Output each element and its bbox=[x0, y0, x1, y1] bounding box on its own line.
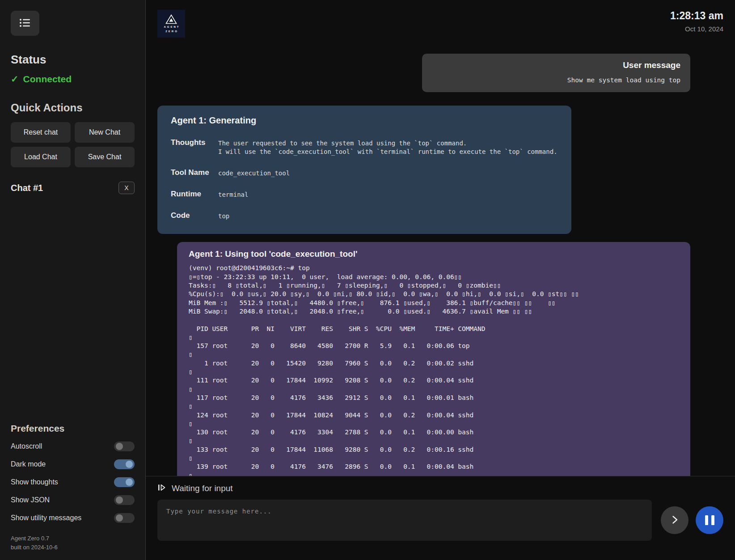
load-chat-button[interactable]: Load Chat bbox=[11, 147, 71, 167]
new-chat-button[interactable]: New Chat bbox=[75, 122, 135, 143]
code-value: top bbox=[218, 211, 229, 221]
save-chat-button[interactable]: Save Chat bbox=[75, 147, 135, 167]
pref-row-show-json: Show JSON bbox=[11, 491, 135, 509]
tool-output-title: Agent 1: Using tool 'code_execution_tool… bbox=[189, 249, 679, 259]
autoscroll-toggle[interactable] bbox=[114, 441, 135, 451]
status-heading: Status bbox=[11, 53, 135, 67]
connection-label: Connected bbox=[23, 74, 72, 85]
dark-mode-toggle[interactable] bbox=[114, 459, 135, 469]
pause-button[interactable] bbox=[696, 506, 723, 534]
menu-button[interactable] bbox=[11, 11, 39, 36]
code-row: Code top bbox=[171, 211, 558, 221]
pref-row-autoscroll: Autoscroll bbox=[11, 437, 135, 455]
current-date: Oct 10, 2024 bbox=[670, 25, 723, 33]
close-chat-button[interactable]: X bbox=[118, 182, 135, 194]
pref-row-show-utility: Show utility messages bbox=[11, 509, 135, 527]
thoughts-row: Thoughts The user requested to see the s… bbox=[171, 138, 558, 156]
tool-output-card: Agent 1: Using tool 'code_execution_tool… bbox=[177, 242, 690, 476]
chat-header: AGENT ZERO 1:28:13 am Oct 10, 2024 bbox=[157, 10, 723, 38]
clock-block: 1:28:13 am Oct 10, 2024 bbox=[670, 10, 723, 33]
pref-label: Show utility messages bbox=[11, 514, 81, 522]
pause-icon bbox=[705, 515, 708, 525]
message-input[interactable] bbox=[157, 500, 652, 541]
runtime-value: terminal bbox=[218, 190, 248, 199]
user-message-bubble: User message Show me system load using t… bbox=[422, 54, 690, 92]
menu-icon bbox=[19, 18, 31, 29]
logo-text-agent: AGENT bbox=[163, 25, 180, 29]
agent-zero-logo: AGENT ZERO bbox=[157, 10, 185, 38]
agent-status-text: Waiting for input bbox=[172, 484, 233, 493]
reset-chat-button[interactable]: Reset chat bbox=[11, 122, 71, 143]
send-button[interactable] bbox=[661, 506, 689, 534]
connection-status: ✓ Connected bbox=[11, 74, 135, 85]
user-message-text: Show me system load using top bbox=[432, 76, 680, 84]
tool-name-value: code_execution_tool bbox=[218, 168, 290, 178]
logo-triangle-icon bbox=[165, 14, 177, 24]
runtime-row: Runtime terminal bbox=[171, 190, 558, 199]
check-icon: ✓ bbox=[11, 74, 19, 85]
agent-generating-card: Agent 1: Generating Thoughts The user re… bbox=[157, 106, 571, 234]
pause-icon bbox=[711, 515, 714, 525]
pref-label: Autoscroll bbox=[11, 442, 42, 450]
version-line: Agent Zero 0.7 bbox=[11, 534, 135, 543]
pref-row-show-thoughts: Show thoughts bbox=[11, 473, 135, 491]
logo-text-zero: ZERO bbox=[164, 30, 178, 33]
waiting-icon bbox=[157, 484, 166, 493]
chat-tab[interactable]: Chat #1 bbox=[11, 183, 43, 193]
sidebar-spacer bbox=[11, 194, 135, 423]
send-icon bbox=[670, 515, 680, 526]
code-label: Code bbox=[171, 211, 218, 220]
pref-label: Dark mode bbox=[11, 460, 46, 468]
agent-generating-title: Agent 1: Generating bbox=[171, 115, 558, 126]
main-panel: AGENT ZERO 1:28:13 am Oct 10, 2024 User … bbox=[146, 0, 735, 560]
current-time: 1:28:13 am bbox=[670, 10, 723, 22]
show-json-toggle[interactable] bbox=[114, 495, 135, 505]
message-input-row bbox=[157, 500, 723, 541]
version-info: Agent Zero 0.7 built on 2024-10-6 bbox=[11, 534, 135, 552]
thoughts-value: The user requested to see the system loa… bbox=[218, 138, 558, 156]
show-utility-toggle[interactable] bbox=[114, 513, 135, 523]
show-thoughts-toggle[interactable] bbox=[114, 477, 135, 487]
tool-name-label: Tool Name bbox=[171, 168, 218, 177]
pref-label: Show JSON bbox=[11, 496, 50, 504]
chat-tab-row: Chat #1 X bbox=[11, 182, 135, 194]
sidebar: Status ✓ Connected Quick Actions Reset c… bbox=[0, 0, 146, 560]
pref-label: Show thoughts bbox=[11, 478, 58, 486]
user-message-title: User message bbox=[432, 60, 680, 70]
agent-status-row: Waiting for input bbox=[157, 481, 723, 496]
build-line: built on 2024-10-6 bbox=[11, 543, 135, 552]
thoughts-label: Thoughts bbox=[171, 138, 218, 147]
terminal-output: (venv) root@d200419603c6:~# top ▯=▯top -… bbox=[189, 264, 679, 476]
preferences-heading: Preferences bbox=[11, 423, 135, 434]
quick-actions-heading: Quick Actions bbox=[11, 102, 135, 114]
input-bar: Waiting for input bbox=[146, 476, 735, 560]
pref-row-dark-mode: Dark mode bbox=[11, 455, 135, 473]
tool-name-row: Tool Name code_execution_tool bbox=[171, 168, 558, 178]
chat-area: AGENT ZERO 1:28:13 am Oct 10, 2024 User … bbox=[146, 0, 735, 476]
runtime-label: Runtime bbox=[171, 190, 218, 199]
quick-actions: Reset chat New Chat Load Chat Save Chat bbox=[11, 122, 135, 167]
